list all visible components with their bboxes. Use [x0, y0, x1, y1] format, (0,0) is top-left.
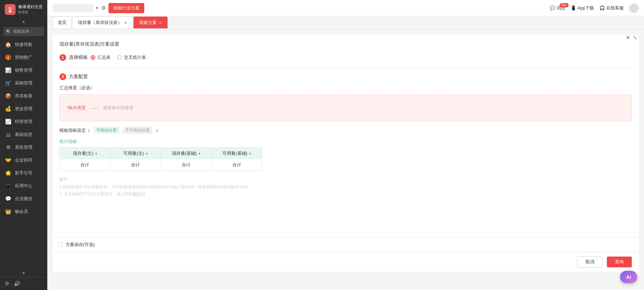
indicator-setting: 模板指标设定（ 可拖动位置 不可拖动位置 ） [59, 127, 632, 134]
sidebar: 🐰 畅康通好生意 标准版 ▲ 🔍 搜索菜单 🏠 快捷导航 🎁 营销推广 📊 销售… [0, 0, 47, 290]
tab-home[interactable]: 首页 [53, 17, 72, 28]
sidebar-item-inventory[interactable]: 📦 库存核算 [0, 90, 47, 102]
sidebar-item-label: 企业协同 [15, 157, 32, 163]
sidebar-item-label: 营销推广 [15, 54, 32, 61]
dim-drop-area[interactable]: *纵向维度 —— 请选择分组维度 [59, 94, 632, 121]
stats-header-cell-2[interactable]: 可用量(主) ▾ [110, 148, 161, 159]
scroll-up-icon[interactable]: ▲ [22, 19, 26, 24]
sidebar-item-label: 经营管理 [15, 119, 32, 125]
stats-body-col-4: 合计 [212, 159, 262, 171]
sidebar-search[interactable]: 🔍 搜索菜单 [3, 27, 44, 36]
delete-col-link[interactable]: 删除列 [133, 192, 145, 196]
basic-info-icon: 🗂 [5, 132, 11, 138]
sidebar-item-cooperation[interactable]: 🤝 企业协同 [0, 154, 47, 167]
search-label: 搜索菜单 [13, 29, 29, 34]
chevron-down-icon-3: ▾ [199, 152, 200, 155]
undraggable-tag: 不可拖动位置 [123, 127, 152, 134]
radio-summary[interactable]: 汇总表 [91, 54, 110, 61]
radio-summary-circle [91, 55, 95, 60]
cancel-button[interactable]: 取消 [577, 256, 603, 268]
panel-expand-btn[interactable]: ⤡ [633, 34, 637, 41]
sales-icon: 📊 [5, 67, 11, 73]
stats-header-cell-1[interactable]: 现存量(主) ▾ [60, 148, 110, 159]
save-checkbox[interactable] [58, 242, 63, 247]
stats-cell-2: 合计 [110, 159, 161, 171]
app-icon: 📱 [571, 5, 576, 10]
sidebar-item-membership[interactable]: 👑 畅会员 [0, 205, 47, 218]
sidebar-item-label: 系统管理 [15, 144, 32, 150]
step2-section: 2 方案配置 汇总维度（必选） *纵向维度 —— 请选择分组维度 模板指标设定（… [59, 73, 632, 197]
sidebar-item-quick-nav[interactable]: 🏠 快捷导航 [0, 38, 47, 51]
sidebar-bottom: ⚙ 🔊 [0, 277, 47, 290]
radio-cross[interactable]: 交叉统计表 [117, 54, 146, 61]
sidebar-item-operations[interactable]: 📈 经营管理 [0, 115, 47, 128]
settings-panel: 现存量(库存状况表)方案设置 1 选择模板 汇总表 交叉统计表 [53, 34, 639, 237]
radio-summary-label: 汇总表 [97, 54, 110, 61]
content-area: ✕ ⤡ 现存量(库存状况表)方案设置 1 选择模板 汇总表 [47, 29, 644, 290]
stats-col-4-header: 可用量(基辅) [222, 150, 247, 156]
app-name: 畅康通好生意 [18, 4, 43, 10]
topbar: ▾ ⚙ 体验行业方案 💬 消息 99+ 📱 App下载 🎧 在线客服 [47, 0, 644, 16]
sidebar-item-label: 资金管理 [15, 106, 32, 112]
stats-label: 统计指标 [59, 139, 632, 145]
topbar-gear-icon[interactable]: ⚙ [101, 5, 106, 11]
sidebar-item-label: 库存核算 [15, 93, 32, 99]
tab-new-plan-close-icon[interactable]: ✕ [159, 21, 162, 25]
save-checkbox-label: 方案保存(可选) [66, 242, 95, 248]
sidebar-item-wechat[interactable]: 💬 企业微信 [0, 192, 47, 205]
tabbar: 首页 现存量（库存状况表） ✕ 新建方案 ✕ [47, 16, 644, 29]
topbar-dropdown-btn[interactable]: ▾ [96, 5, 98, 10]
step2-label: 方案配置 [69, 74, 88, 80]
message-btn[interactable]: 💬 消息 99+ [550, 5, 565, 11]
app-download-btn[interactable]: 📱 App下载 [571, 5, 594, 11]
sidebar-item-basic-info[interactable]: 🗂 基础信息 [0, 128, 47, 141]
stats-col-2-header: 可用量(主) [123, 150, 144, 156]
scroll-down-icon[interactable]: ▼ [22, 271, 26, 275]
sidebar-item-finance[interactable]: 💰 资金管理 [0, 102, 47, 115]
draggable-tag: 可拖动位置 [94, 127, 119, 134]
sidebar-scroll-bottom: ▼ [0, 269, 47, 277]
tab-inventory-close-icon[interactable]: ✕ [124, 21, 127, 25]
service-label: 在线客服 [606, 5, 624, 11]
tab-inventory-status[interactable]: 现存量（库存状况表） ✕ [72, 17, 133, 28]
tip-item-1: 1.拖动标题栏可以调整布局，不可跨维度或指标区域拖动栏目字段(只能在同一维度或指… [59, 184, 632, 190]
tips-section: 提示： 1.拖动标题栏可以调整布局，不可跨维度或指标区域拖动栏目字段(只能在同一… [59, 176, 632, 197]
stats-table: 现存量(主) ▾ 可用量(主) ▾ [59, 147, 262, 171]
ai-fab-button[interactable]: Ai [620, 271, 637, 283]
marketing-icon: 🎁 [5, 54, 11, 61]
stats-cell-4: 合计 [212, 159, 262, 171]
topbar-trial-btn[interactable]: 体验行业方案 [108, 3, 144, 13]
sidebar-item-system[interactable]: ⚙ 系统管理 [0, 141, 47, 154]
tab-new-plan[interactable]: 新建方案 ✕ [133, 17, 168, 28]
dim-separator: —— [90, 105, 99, 111]
stats-header-cell-4[interactable]: 可用量(基辅) ▾ [212, 148, 262, 159]
sidebar-item-purchase[interactable]: 🛒 采购管理 [0, 77, 47, 90]
panel-title: 现存量(库存状况表)方案设置 [59, 41, 632, 47]
sidebar-item-marketing[interactable]: 🎁 营销推广 [0, 51, 47, 64]
sidebar-item-label: 快捷导航 [15, 42, 32, 48]
stats-body-col-1: 合计 [60, 159, 110, 171]
stats-col-2: 可用量(主) ▾ [110, 148, 161, 159]
query-button[interactable]: 查询 [607, 257, 632, 267]
step1-label: 选择模板 [69, 54, 88, 61]
speaker-icon[interactable]: 🔊 [14, 281, 20, 287]
user-avatar[interactable] [629, 3, 639, 13]
sidebar-item-guide[interactable]: 🌟 新手引导 [0, 167, 47, 179]
purchase-icon: 🛒 [5, 80, 11, 86]
topbar-right: 💬 消息 99+ 📱 App下载 🎧 在线客服 [550, 3, 639, 13]
system-icon: ⚙ [5, 144, 11, 150]
step1-section: 1 选择模板 汇总表 交叉统计表 [59, 54, 632, 61]
sidebar-nav: 🏠 快捷导航 🎁 营销推广 📊 销售管理 🛒 采购管理 📦 库存核算 💰 资金管… [0, 38, 47, 269]
template-radio-group: 汇总表 交叉统计表 [91, 54, 146, 61]
stats-body-col-2: 合计 [110, 159, 161, 171]
service-btn[interactable]: 🎧 在线客服 [599, 5, 624, 11]
topbar-search-input[interactable] [53, 4, 93, 12]
sidebar-item-sales[interactable]: 📊 销售管理 [0, 64, 47, 77]
sidebar-logo: 🐰 畅康通好生意 标准版 [0, 0, 47, 18]
stats-section: 统计指标 现存量(主) ▾ [59, 139, 632, 171]
step2-header: 2 方案配置 [59, 73, 632, 80]
settings-icon[interactable]: ⚙ [5, 281, 9, 287]
panel-close-btn[interactable]: ✕ [626, 34, 630, 41]
sidebar-item-app-center[interactable]: 📱 应用中心 [0, 179, 47, 192]
stats-header-cell-3[interactable]: 现存量(基辅) ▾ [161, 148, 212, 159]
